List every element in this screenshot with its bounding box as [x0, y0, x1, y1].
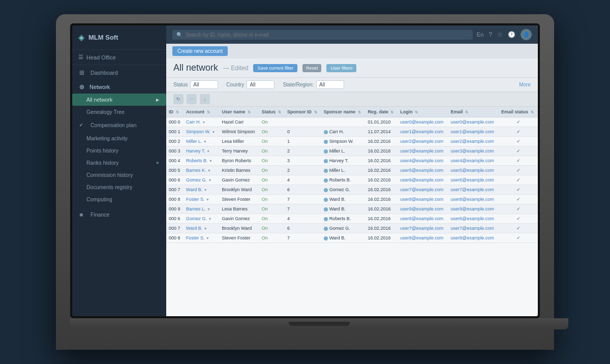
status-filter-select[interactable]: All On Off — [190, 80, 218, 89]
sidebar-item-network[interactable]: ⊛ Network — [72, 80, 166, 94]
sidebar-item-finance[interactable]: ◉ Finance — [72, 207, 166, 222]
download-button[interactable]: ↓ — [200, 94, 210, 104]
cell-email: user7@example.com — [448, 224, 499, 233]
cell-account[interactable]: Roberts B. ▼ — [184, 156, 219, 166]
genealogy-tree-label: Genealogy Tree — [86, 109, 125, 115]
refresh-button[interactable]: ↻ — [173, 94, 184, 104]
sidebar-item-compensation-plan[interactable]: ✔ Compensation plan — [72, 118, 166, 132]
cell-sponsor-id: 6 — [285, 185, 321, 195]
state-filter-select[interactable]: All — [316, 80, 344, 89]
cell-account[interactable]: Carr H. ▼ — [184, 117, 219, 127]
sidebar: ◈ MLM Soft ☰ Head Office ⊞ Dashboard ⊛ N… — [72, 25, 166, 316]
cell-account[interactable]: Foster S. ▼ — [184, 233, 219, 243]
country-filter-group: Country All — [226, 80, 274, 89]
cell-sponsor-id: 2 — [285, 166, 321, 175]
cell-sponsor-name: Roberts B. — [321, 175, 365, 185]
create-account-button[interactable]: Create new account — [172, 46, 228, 56]
dashboard-icon: ⊞ — [79, 69, 86, 76]
cell-account[interactable]: Simpson W. ▼ — [184, 127, 219, 137]
sidebar-item-points[interactable]: Points history — [72, 144, 166, 157]
col-sponsor-id[interactable]: Sponsor ID ⇅ — [285, 107, 321, 117]
points-label: Points history — [86, 147, 118, 154]
col-account[interactable]: Account ⇅ — [184, 107, 219, 117]
search-input[interactable] — [186, 32, 469, 38]
cell-email: user2@example.com — [448, 137, 499, 146]
help-icon[interactable]: ? — [489, 31, 492, 38]
table-row: 000 8 Foster S. ▼ Steven Foster On 7 War… — [166, 195, 538, 204]
save-filter-button[interactable]: Save current filter — [253, 64, 297, 72]
cell-username: Brooklyn Ward — [219, 224, 259, 233]
documents-label: Documents registry — [86, 184, 132, 190]
search-box[interactable]: 🔍 — [172, 30, 473, 40]
cell-sponsor-name: Roberts B. — [321, 214, 365, 224]
settings-button[interactable]: ⋯ — [187, 94, 197, 104]
cell-account[interactable]: Miller L. ▼ — [184, 137, 219, 146]
ranks-label: Ranks history — [86, 160, 119, 166]
cell-account[interactable]: Ward B. ▼ — [184, 224, 219, 233]
cell-sponsor-name: Simpson W. — [321, 137, 365, 146]
sidebar-item-marketing[interactable]: Marketing activity — [72, 132, 166, 144]
lang-label: En — [477, 32, 483, 38]
cell-email-status: ✓ — [499, 137, 538, 146]
cell-status: On — [259, 156, 285, 166]
cell-account[interactable]: Harvey T. ▼ — [184, 146, 219, 156]
cell-reg-date: 16.02.2016 — [365, 233, 398, 243]
cell-login: user0@example.com — [398, 117, 448, 127]
more-filters-link[interactable]: More — [519, 82, 531, 87]
col-sponsor-name[interactable]: Sponsor name ⇅ — [321, 107, 365, 117]
sidebar-item-genealogy-tree[interactable]: Genealogy Tree — [72, 106, 166, 118]
country-filter-select[interactable]: All — [247, 80, 274, 89]
sidebar-item-dashboard[interactable]: ⊞ Dashboard — [72, 65, 166, 80]
cell-sponsor-name: Miller L. — [321, 146, 365, 156]
cell-sponsor-id: 7 — [285, 233, 321, 243]
col-reg-date[interactable]: Reg. date ⇅ — [365, 107, 398, 117]
sidebar-item-documents[interactable]: Documents registry — [72, 181, 166, 193]
cell-login: user8@example.com — [398, 233, 448, 243]
cell-email-status: ✓ — [499, 204, 538, 214]
avatar[interactable]: 👤 — [521, 29, 532, 40]
col-email-status[interactable]: Email status ⇅ — [499, 107, 538, 117]
star-icon[interactable]: ☆ — [497, 31, 503, 38]
finance-icon: ◉ — [79, 212, 86, 217]
col-email[interactable]: Email ⇅ — [448, 107, 499, 117]
cell-account[interactable]: Gomez G. ▼ — [184, 175, 219, 185]
cell-sponsor-name: Carr H. — [321, 127, 365, 137]
sidebar-logo: ◈ MLM Soft — [72, 25, 166, 50]
cell-account[interactable]: Barnes L. ▼ — [184, 204, 219, 214]
sidebar-item-ranks[interactable]: Ranks history ▶ — [72, 157, 166, 169]
col-id[interactable]: ID ⇅ — [166, 107, 184, 117]
user-filters-button[interactable]: User filters — [326, 64, 356, 72]
cell-account[interactable]: Barnes K. ▼ — [184, 166, 219, 175]
cell-account[interactable]: Foster S. ▼ — [184, 195, 219, 204]
col-username[interactable]: User name ⇅ — [219, 107, 259, 117]
cell-username: Steven Foster — [219, 233, 259, 243]
cell-id: 000 8 — [166, 195, 184, 204]
cell-account[interactable]: Ward B. ▼ — [184, 185, 219, 195]
cell-username: Wilmot Simpson — [219, 127, 259, 137]
cell-id: 000 2 — [166, 137, 184, 146]
sidebar-item-all-network[interactable]: All network ▶ — [72, 94, 166, 106]
cell-sponsor-id: 0 — [285, 127, 321, 137]
cell-username: Brooklyn Ward — [219, 185, 259, 195]
head-office-bar[interactable]: ☰ Head Office — [72, 50, 166, 65]
cell-login: user4@example.com — [398, 156, 448, 166]
cell-id: 000 7 — [166, 224, 184, 233]
cell-id: 000 4 — [166, 156, 184, 166]
action-bar: Create new account — [166, 44, 538, 58]
clock-icon[interactable]: 🕐 — [508, 31, 515, 38]
reset-button[interactable]: Reset — [302, 64, 322, 72]
cell-sponsor-id: 1 — [285, 137, 321, 146]
sidebar-item-commission[interactable]: Commission history — [72, 169, 166, 181]
cell-login: user1@example.com — [398, 127, 448, 137]
sidebar-item-computing[interactable]: Computing — [72, 193, 166, 205]
cell-username: Kristin Barnes — [219, 166, 259, 175]
cell-email-status: ✓ — [499, 166, 538, 175]
cell-email-status: ✓ — [499, 185, 538, 195]
cell-account[interactable]: Gomez G. ▼ — [184, 214, 219, 224]
col-login[interactable]: Login ⇅ — [398, 107, 448, 117]
cell-reg-date: 11.07.2014 — [365, 127, 398, 137]
cell-login: user8@example.com — [398, 195, 448, 204]
cell-email-status: ✓ — [499, 195, 538, 204]
col-status[interactable]: Status ⇅ — [259, 107, 285, 117]
cell-id: 000 9 — [166, 204, 184, 214]
